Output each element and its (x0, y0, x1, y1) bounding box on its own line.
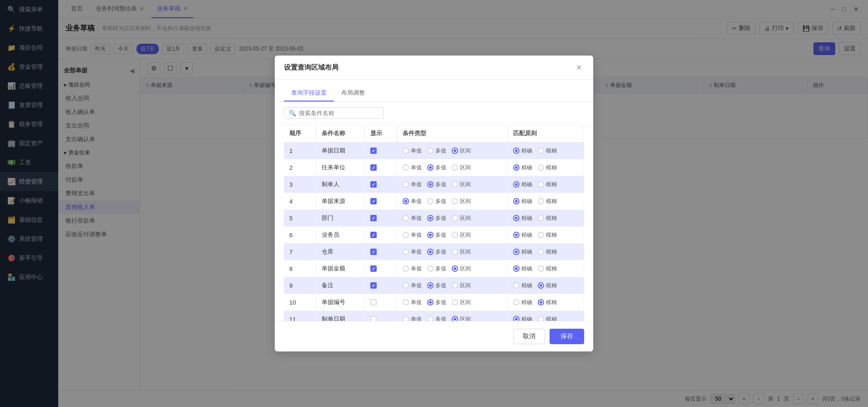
type-radio-type_multi[interactable]: 多值 (427, 214, 446, 222)
type-radio-type_multi[interactable]: 多值 (427, 231, 446, 239)
modal-cell-show[interactable] (364, 311, 397, 321)
modal-cell-seq: 5 (284, 210, 316, 227)
type-radio-type_single[interactable]: 单值 (403, 181, 422, 188)
show-checkbox[interactable] (370, 164, 377, 171)
show-checkbox[interactable] (370, 249, 377, 255)
modal-cell-show[interactable] (364, 176, 397, 193)
type-radio-type_range[interactable]: 区间 (452, 299, 471, 306)
match-radio-match_fuzzy[interactable]: 模糊 (538, 231, 557, 239)
type-radio-type_range[interactable]: 区间 (452, 147, 471, 155)
type-radio-type_single[interactable]: 单值 (403, 147, 422, 155)
modal-tab-layout-label: 布局调整 (341, 89, 365, 96)
modal-close-button[interactable]: ✕ (573, 62, 584, 73)
match-radio-match_fuzzy[interactable]: 模糊 (538, 181, 557, 188)
modal-cell-type: 单值多值区间 (397, 210, 507, 227)
match-radio-match_exact[interactable]: 精确 (513, 265, 532, 273)
type-radio-type_range[interactable]: 区间 (452, 282, 471, 290)
type-radio-type_multi[interactable]: 多值 (427, 315, 446, 321)
match-radio-match_exact[interactable]: 精确 (513, 147, 532, 155)
match-radio-match_exact[interactable]: 精确 (513, 164, 532, 172)
type-radio-type_multi[interactable]: 多值 (427, 299, 446, 306)
type-radio-type_single[interactable]: 单值 (403, 214, 422, 222)
show-checkbox[interactable] (370, 181, 377, 188)
modal-cell-type: 单值多值区间 (397, 277, 507, 294)
type-radio-type_range[interactable]: 区间 (452, 315, 471, 321)
match-radio-match_fuzzy[interactable]: 模糊 (538, 315, 557, 321)
type-radio-type_multi[interactable]: 多值 (427, 282, 446, 290)
match-radio-match_fuzzy[interactable]: 模糊 (538, 164, 557, 172)
show-checkbox[interactable] (370, 282, 377, 289)
modal-cell-seq: 7 (284, 244, 316, 260)
type-radio-type_single[interactable]: 单值 (403, 315, 422, 321)
type-radio-type_range[interactable]: 区间 (452, 181, 471, 188)
type-radio-type_single[interactable]: 单值 (403, 164, 422, 172)
type-radio-type_single[interactable]: 单值 (403, 265, 422, 273)
match-radio-match_exact[interactable]: 精确 (513, 181, 532, 188)
modal-cell-type: 单值多值区间 (397, 260, 507, 277)
match-radio-match_fuzzy[interactable]: 模糊 (538, 198, 557, 205)
type-radio-type_multi[interactable]: 多值 (427, 181, 446, 188)
modal-cell-show[interactable] (364, 142, 397, 159)
match-radio-match_exact[interactable]: 精确 (513, 248, 532, 256)
type-radio-type_range[interactable]: 区间 (452, 265, 471, 273)
modal-cell-show[interactable] (364, 294, 397, 311)
type-radio-type_multi[interactable]: 多值 (427, 248, 446, 256)
modal-cell-show[interactable] (364, 227, 397, 244)
type-radio-type_range[interactable]: 区间 (452, 214, 471, 222)
show-checkbox[interactable] (370, 316, 377, 321)
match-radio-match_exact[interactable]: 精确 (513, 315, 532, 321)
type-radio-type_single[interactable]: 单值 (403, 299, 422, 306)
modal-cell-show[interactable] (364, 193, 397, 210)
modal-cell-show[interactable] (364, 260, 397, 277)
modal-cell-type: 单值多值区间 (397, 311, 507, 321)
modal-cell-show[interactable] (364, 244, 397, 260)
type-radio-type_single[interactable]: 单值 (403, 198, 422, 205)
modal-search-input[interactable] (299, 110, 379, 117)
match-radio-match_fuzzy[interactable]: 模糊 (538, 265, 557, 273)
match-radio-match_exact[interactable]: 精确 (513, 299, 532, 306)
type-radio-type_range[interactable]: 区间 (452, 248, 471, 256)
match-radio-match_exact[interactable]: 精确 (513, 198, 532, 205)
modal-save-button[interactable]: 保存 (550, 329, 584, 344)
modal-cell-seq: 9 (284, 277, 316, 294)
match-radio-match_exact[interactable]: 精确 (513, 231, 532, 239)
modal-cell-seq: 10 (284, 294, 316, 311)
show-checkbox[interactable] (370, 299, 377, 305)
modal-cell-name: 制单人 (316, 176, 364, 193)
type-radio-type_single[interactable]: 单值 (403, 231, 422, 239)
type-radio-type_range[interactable]: 区间 (452, 164, 471, 172)
modal-table-row: 3制单人单值多值区间精确模糊 (284, 176, 584, 193)
modal-table-row: 2往来单位单值多值区间精确模糊 (284, 159, 584, 176)
modal-cell-show[interactable] (364, 277, 397, 294)
type-radio-type_multi[interactable]: 多值 (427, 147, 446, 155)
type-radio-type_range[interactable]: 区间 (452, 231, 471, 239)
match-radio-match_fuzzy[interactable]: 模糊 (538, 248, 557, 256)
show-checkbox[interactable] (370, 265, 377, 272)
type-radio-type_single[interactable]: 单值 (403, 248, 422, 256)
match-radio-match_fuzzy[interactable]: 模糊 (538, 282, 557, 290)
match-radio-match_fuzzy[interactable]: 模糊 (538, 299, 557, 306)
match-radio-match_exact[interactable]: 精确 (513, 282, 532, 290)
modal-cell-name: 单据来源 (316, 193, 364, 210)
type-radio-type_multi[interactable]: 多值 (427, 198, 446, 205)
match-radio-match_exact[interactable]: 精确 (513, 214, 532, 222)
modal-cell-match: 精确模糊 (507, 311, 584, 321)
match-radio-match_fuzzy[interactable]: 模糊 (538, 214, 557, 222)
modal-tab-layout[interactable]: 布局调整 (334, 85, 372, 102)
show-checkbox[interactable] (370, 215, 377, 221)
modal-cell-show[interactable] (364, 159, 397, 176)
modal-tab-query[interactable]: 查询字段设置 (284, 85, 334, 102)
match-radio-match_fuzzy[interactable]: 模糊 (538, 147, 557, 155)
show-checkbox[interactable] (370, 198, 377, 204)
show-checkbox[interactable] (370, 232, 377, 238)
modal-cell-show[interactable] (364, 210, 397, 227)
type-radio-type_range[interactable]: 区间 (452, 198, 471, 205)
modal-cell-name: 往来单位 (316, 159, 364, 176)
modal-table-row: 5部门单值多值区间精确模糊 (284, 210, 584, 227)
show-checkbox[interactable] (370, 148, 377, 154)
modal-cancel-button[interactable]: 取消 (513, 329, 545, 344)
modal-col-show: 显示 (364, 125, 397, 142)
type-radio-type_single[interactable]: 单值 (403, 282, 422, 290)
type-radio-type_multi[interactable]: 多值 (427, 164, 446, 172)
type-radio-type_multi[interactable]: 多值 (427, 265, 446, 273)
